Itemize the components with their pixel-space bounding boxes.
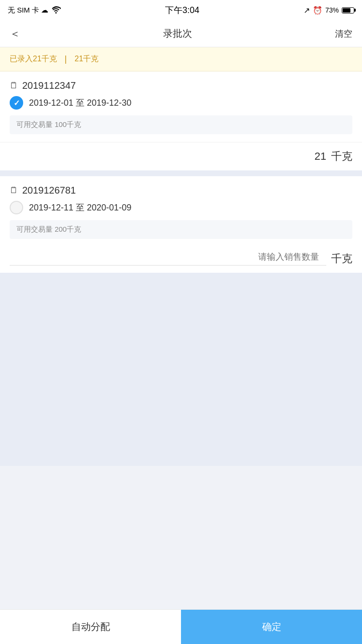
amount-input-2[interactable]	[10, 252, 326, 262]
status-right: ↗ ⏰ 73%	[304, 6, 354, 15]
sim-label: 无 SIM 卡 ☁	[8, 6, 48, 15]
input-field-wrapper-2	[10, 252, 326, 266]
batch-date-1: 2019-12-01 至 2019-12-30	[29, 97, 131, 109]
nav-bar: ＜ 录批次 清空	[0, 20, 362, 47]
back-button[interactable]: ＜	[10, 27, 20, 41]
radio-button-2[interactable]	[10, 201, 23, 214]
summary-bar: 已录入21千克 | 21千克	[0, 47, 362, 71]
batch-header-2: 🗒 2019126781	[10, 185, 352, 196]
batch-available-1: 可用交易量 100千克	[10, 115, 352, 134]
batch-id-1: 2019112347	[22, 80, 76, 91]
amount-value-1: 21	[315, 150, 326, 163]
batch-item-1: 🗒 2019112347 2019-12-01 至 2019-12-30 可用交…	[0, 71, 362, 142]
batch-doc-icon-1: 🗒	[10, 81, 18, 91]
batch-id-2: 2019126781	[22, 185, 76, 196]
batch-available-2: 可用交易量 200千克	[10, 220, 352, 239]
summary-divider: |	[65, 54, 67, 64]
batch-date-row-1: 2019-12-01 至 2019-12-30	[10, 96, 352, 110]
location-icon: ↗	[304, 6, 310, 15]
total-amount: 21千克	[74, 54, 98, 64]
status-time: 下午3:04	[165, 4, 199, 16]
page-title: 录批次	[163, 27, 192, 40]
batch-card-1: 🗒 2019112347 2019-12-01 至 2019-12-30 可用交…	[0, 71, 362, 170]
amount-row-1: 21 千克	[0, 142, 362, 170]
amount-unit-1: 千克	[331, 149, 352, 164]
batch-card-2: 🗒 2019126781 2019-12-11 至 2020-01-09 可用交…	[0, 176, 362, 273]
input-underline-2	[10, 265, 326, 266]
section-divider	[0, 170, 362, 176]
batch-date-2: 2019-12-11 至 2020-01-09	[29, 202, 131, 213]
input-row-2: 千克	[0, 247, 362, 273]
bottom-bar: 自动分配 确定	[0, 609, 362, 644]
clear-button[interactable]: 清空	[335, 28, 352, 40]
status-left: 无 SIM 卡 ☁	[8, 6, 61, 15]
clock-icon: ⏰	[313, 6, 322, 15]
batch-date-row-2: 2019-12-11 至 2020-01-09	[10, 201, 352, 214]
batch-doc-icon-2: 🗒	[10, 185, 18, 196]
batch-header-1: 🗒 2019112347	[10, 80, 352, 91]
recorded-amount: 已录入21千克	[10, 54, 57, 64]
gray-area	[0, 273, 362, 466]
battery-percent: 73%	[325, 6, 339, 14]
auto-assign-button[interactable]: 自动分配	[0, 610, 181, 644]
status-bar: 无 SIM 卡 ☁ 下午3:04 ↗ ⏰ 73%	[0, 0, 362, 20]
confirm-button[interactable]: 确定	[181, 610, 362, 644]
batch-item-2: 🗒 2019126781 2019-12-11 至 2020-01-09 可用交…	[0, 176, 362, 247]
wifi-icon	[51, 6, 61, 15]
bottom-spacer	[0, 466, 362, 501]
radio-button-1[interactable]	[10, 96, 23, 110]
unit-label-2: 千克	[331, 252, 352, 266]
battery-icon	[342, 7, 354, 14]
